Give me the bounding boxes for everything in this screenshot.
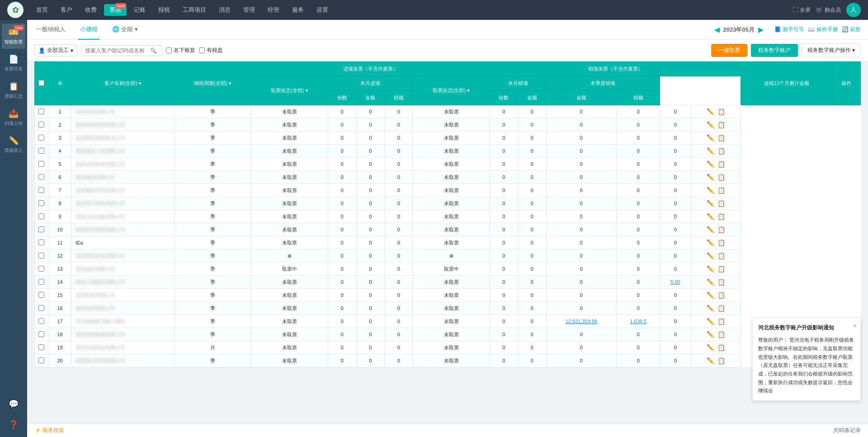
copy-button[interactable]: 📋	[717, 213, 725, 220]
edit-button[interactable]: ✏️	[707, 213, 714, 220]
row-client[interactable]: 某某科技发展有限公司	[72, 118, 175, 132]
edit-button[interactable]: ✏️	[707, 291, 714, 299]
sub-account-checkbox[interactable]: 名下账套	[166, 47, 195, 54]
row-client[interactable]: 某某制造有限公司	[72, 289, 175, 302]
row-checkbox[interactable]	[38, 279, 44, 285]
tax-disk-check[interactable]	[199, 47, 205, 53]
th-client-name[interactable]: 客户名称(全部) ▾	[72, 62, 175, 105]
row-checkbox[interactable]	[38, 305, 44, 311]
edit-button[interactable]: ✏️	[707, 147, 714, 155]
row-client[interactable]: 某某发展有限公司	[72, 302, 175, 315]
copy-button[interactable]: 📋	[717, 160, 725, 168]
edit-button[interactable]: ✏️	[707, 331, 714, 338]
search-icon[interactable]: 🔍	[150, 47, 157, 54]
nav-management[interactable]: 管理	[238, 4, 260, 16]
copy-button[interactable]: 📋	[717, 226, 725, 233]
select-all-checkbox[interactable]	[38, 80, 44, 86]
sidebar-item-invoice-entry[interactable]: ✏️ 票据录入	[2, 132, 25, 157]
copy-button[interactable]: 📋	[717, 134, 725, 141]
copy-button[interactable]: 📋	[717, 291, 725, 299]
edit-button[interactable]: ✏️	[707, 305, 714, 312]
row-client[interactable]: 某某服务有限公司	[72, 263, 175, 276]
th-fetch-status-in[interactable]: 取票状态(全部) ▾	[251, 76, 328, 105]
copy-button[interactable]: 📋	[717, 200, 725, 207]
prev-month-button[interactable]: ◀	[714, 25, 720, 34]
nav-home[interactable]: 首页	[31, 4, 53, 16]
th-setting[interactable]: ⚙	[48, 62, 72, 105]
nav-operation[interactable]: 经营	[262, 4, 285, 16]
edit-button[interactable]: ✏️	[707, 252, 714, 259]
row-checkbox[interactable]	[38, 292, 44, 298]
tax-policy-link[interactable]: ⚡ 税务政策	[34, 427, 64, 434]
row-client[interactable]: 某某物流有限公司	[72, 171, 175, 184]
row-client[interactable]: 某某文化传媒有限公司	[72, 210, 175, 223]
th-tax-period[interactable]: 纳税周期(全部) ▾	[174, 62, 251, 105]
row-client[interactable]: 某某工程建设有限公司	[72, 276, 175, 289]
tab-small-scale[interactable]: 小规模	[78, 20, 99, 40]
copy-button[interactable]: 📋	[717, 147, 725, 155]
nav-message[interactable]: 消息	[213, 4, 236, 16]
edit-button[interactable]: ✏️	[707, 174, 714, 181]
edit-button[interactable]: ✏️	[707, 160, 714, 168]
sidebar-item-smart-fetch[interactable]: 🎫 智能取票 new	[2, 23, 25, 49]
digital-account-button[interactable]: 税务数字账户	[751, 44, 798, 57]
new-guide-link[interactable]: 📘 新手引导	[774, 26, 804, 33]
row-checkbox[interactable]	[38, 213, 44, 219]
nav-billing[interactable]: 收费	[80, 4, 102, 16]
copy-button[interactable]: 📋	[717, 174, 725, 181]
tab-general-taxpayer[interactable]: 一般纳税人	[34, 20, 67, 40]
sidebar-item-invoice-summary[interactable]: 📋 票据汇总	[2, 78, 25, 103]
row-client[interactable]: 某某农业科技有限公司	[72, 341, 175, 354]
row-checkbox[interactable]	[38, 174, 44, 180]
manual-link[interactable]: 📖 操作手册	[808, 26, 838, 33]
copy-button[interactable]: 📋	[717, 252, 725, 259]
edit-button[interactable]: ✏️	[707, 200, 714, 207]
row-checkbox[interactable]	[38, 122, 44, 127]
nav-accounting[interactable]: 记账	[128, 4, 151, 16]
edit-button[interactable]: ✏️	[707, 187, 714, 194]
row-client[interactable]: tEa	[72, 236, 175, 249]
edit-button[interactable]: ✏️	[707, 357, 714, 364]
copy-button[interactable]: 📋	[717, 121, 725, 128]
nav-tax[interactable]: 报税	[153, 4, 175, 16]
row-client[interactable]: 某某投资管理有限公司	[72, 223, 175, 236]
row-client[interactable]: 河北税务数字账户通知	[72, 315, 175, 328]
copy-button[interactable]: 📋	[717, 278, 725, 286]
row-checkbox[interactable]	[38, 187, 44, 193]
nav-service[interactable]: 服务	[287, 4, 309, 16]
sub-account-check[interactable]	[166, 47, 172, 53]
row-checkbox[interactable]	[38, 226, 44, 232]
edit-button[interactable]: ✏️	[707, 265, 714, 273]
th-fetch-status-out[interactable]: 取票状态(全部) ▾	[413, 76, 490, 105]
row-checkbox[interactable]	[38, 266, 44, 272]
row-client[interactable]: 某某信息技术有限公司	[72, 158, 175, 171]
row-client[interactable]: 某某网络科技有限公司	[72, 249, 175, 263]
edit-button[interactable]: ✏️	[707, 134, 714, 141]
row-client[interactable]: 某某医疗科技有限公司	[72, 354, 175, 367]
tax-disk-checkbox[interactable]: 有税盘	[199, 47, 223, 54]
copy-button[interactable]: 📋	[717, 357, 725, 364]
row-client[interactable]: 某某贸易有限公司	[72, 105, 175, 118]
row-client[interactable]: 某某贸易集团有限公司	[72, 328, 175, 341]
row-checkbox[interactable]	[38, 135, 44, 141]
sidebar-item-scan-upload[interactable]: 📤 扫描上传	[2, 105, 25, 130]
copy-button[interactable]: 📋	[717, 108, 725, 115]
edit-button[interactable]: ✏️	[707, 121, 714, 128]
row-client[interactable]: 某某商贸有限责任公司	[72, 132, 175, 145]
edit-button[interactable]: ✏️	[707, 108, 714, 115]
sidebar-message-button[interactable]: 💬	[2, 395, 25, 413]
nav-business[interactable]: 工商项目	[177, 4, 212, 16]
copy-button[interactable]: 📋	[717, 187, 725, 194]
edit-button[interactable]: ✏️	[707, 226, 714, 233]
copy-button[interactable]: 📋	[717, 331, 725, 338]
nav-client[interactable]: 客户	[55, 4, 78, 16]
edit-button[interactable]: ✏️	[707, 318, 714, 325]
digital-account-ops-button[interactable]: 税务数字账户操作 ▾	[802, 43, 861, 57]
fullscreen-button[interactable]: ⛶ 全屏	[793, 6, 811, 14]
member-button[interactable]: 🛒 购会员	[816, 6, 841, 14]
row-checkbox[interactable]	[38, 200, 44, 206]
sidebar-help-button[interactable]: ❓	[2, 416, 25, 433]
notification-close-button[interactable]: ×	[853, 321, 857, 331]
refresh-button[interactable]: 🔄 刷新	[842, 26, 861, 33]
next-month-button[interactable]: ▶	[758, 25, 764, 34]
